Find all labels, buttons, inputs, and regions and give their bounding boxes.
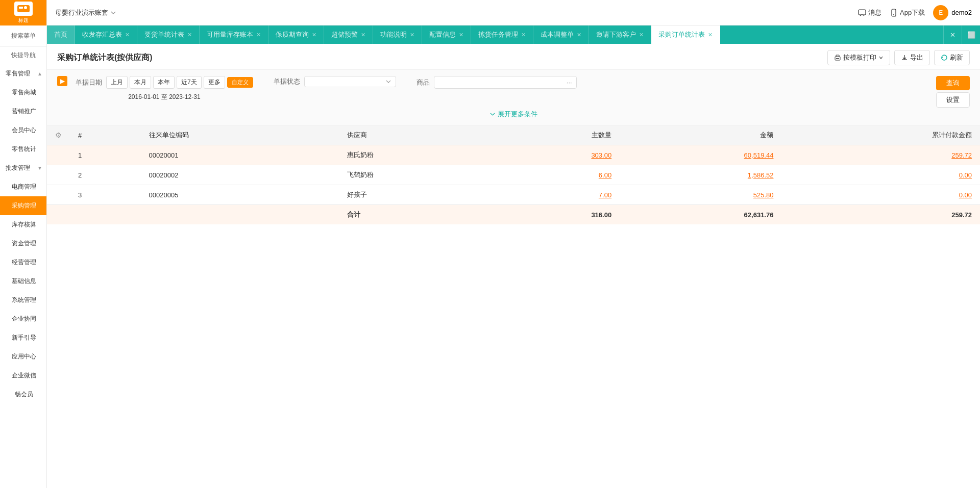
row1-qty[interactable]: 303.00: [491, 145, 620, 165]
expand-more-conditions[interactable]: 展开更多条件: [57, 110, 970, 119]
sidebar-quick-button[interactable]: 快捷导航: [3, 51, 43, 60]
tab-invite-down[interactable]: 邀请下游客户 ✕: [589, 25, 651, 44]
tab-config[interactable]: 配置信息 ✕: [422, 25, 471, 44]
export-button[interactable]: 导出: [894, 50, 930, 65]
sidebar-item-member[interactable]: 会员中心: [0, 121, 46, 140]
row3-paid[interactable]: 0.00: [781, 185, 980, 205]
col-amount-header: 金额: [620, 125, 781, 145]
filter-settings-button[interactable]: 设置: [936, 92, 970, 108]
sidebar-search-button[interactable]: 搜索菜单: [3, 30, 43, 42]
tab-invite-down-close[interactable]: ✕: [639, 32, 644, 38]
sidebar-item-system[interactable]: 系统管理: [0, 291, 46, 310]
tab-usable-inv-close[interactable]: ✕: [256, 32, 261, 38]
tab-pick-task[interactable]: 拣货任务管理 ✕: [471, 25, 533, 44]
footer-total-qty: 316.00: [491, 205, 620, 225]
tab-purchase-stats[interactable]: 采购订单统计表 ✕: [651, 25, 720, 44]
date-btn-custom[interactable]: 自定义: [227, 77, 253, 88]
tab-recv-send-label: 收发存汇总表: [82, 30, 122, 39]
footer-total-paid: 259.72: [781, 205, 980, 225]
tab-home[interactable]: 首页: [47, 25, 75, 44]
tab-expiry[interactable]: 保质期查询 ✕: [268, 25, 324, 44]
row1-amount[interactable]: 60,519.44: [620, 145, 781, 165]
sidebar-item-inventory-label: 库存核算: [12, 221, 36, 228]
sidebar-item-newbie[interactable]: 新手引导: [0, 328, 46, 347]
sidebar-item-enterprise-label: 企业协同: [12, 315, 36, 322]
tab-func-desc-close[interactable]: ✕: [410, 32, 414, 38]
print-button[interactable]: 按模板打印: [827, 50, 890, 65]
sidebar-item-retail-stats-label: 零售统计: [12, 145, 36, 152]
sidebar-item-finance[interactable]: 资金管理: [0, 234, 46, 253]
tab-func-desc[interactable]: 功能说明 ✕: [373, 25, 422, 44]
tab-config-close[interactable]: ✕: [459, 32, 463, 38]
row2-qty[interactable]: 6.00: [491, 165, 620, 185]
tab-overstock[interactable]: 超储预警 ✕: [324, 25, 373, 44]
table-container: ⚙ # 往来单位编码 供应商 主数量 金额 累计付款金额 1 0002000: [47, 125, 980, 488]
sidebar-item-marketing[interactable]: 营销推广: [0, 102, 46, 121]
row3-qty[interactable]: 7.00: [491, 185, 620, 205]
tab-expiry-close[interactable]: ✕: [312, 32, 316, 38]
date-btn-this-year[interactable]: 本年: [153, 76, 175, 89]
refresh-icon: [941, 54, 948, 61]
print-label: 按模板打印: [843, 53, 876, 62]
close-tab-button[interactable]: ✕: [943, 25, 962, 44]
sidebar-item-inventory[interactable]: 库存核算: [0, 215, 46, 234]
table-body: 1 00020001 惠氏奶粉 303.00 60,519.44 259.72 …: [47, 145, 980, 205]
tab-recv-send[interactable]: 收发存汇总表 ✕: [75, 25, 137, 44]
sidebar-item-apps[interactable]: 应用中心: [0, 347, 46, 366]
expand-icon: ▲: [37, 71, 42, 76]
sidebar-search-section[interactable]: 搜索菜单: [0, 25, 46, 47]
message-button[interactable]: 消息: [858, 8, 881, 17]
tab-order-stats-close[interactable]: ✕: [187, 32, 192, 38]
sidebar-item-wechat[interactable]: 企业微信: [0, 366, 46, 385]
sidebar-item-ecommerce[interactable]: 电商管理: [0, 177, 46, 196]
sidebar-item-batch[interactable]: 批发管理 ▼: [0, 159, 46, 177]
svg-point-2: [24, 6, 27, 9]
tab-recv-send-close[interactable]: ✕: [125, 32, 130, 38]
date-btn-this-month[interactable]: 本月: [130, 76, 151, 89]
tab-order-stats[interactable]: 要货单统计表 ✕: [137, 25, 200, 44]
account-name: 母婴行业演示账套: [55, 8, 108, 17]
tabbar: 首页 收发存汇总表 ✕ 要货单统计表 ✕ 可用量库存账本 ✕ 保质期查询 ✕ 超…: [47, 25, 980, 44]
sidebar-item-retail-stats[interactable]: 零售统计: [0, 140, 46, 159]
col-unit-code-header: 往来单位编码: [141, 125, 339, 145]
sidebar-item-shop[interactable]: 零售商城: [0, 83, 46, 102]
sidebar-item-purchase-label: 采购管理: [12, 202, 36, 209]
date-btn-7days[interactable]: 近7天: [177, 76, 202, 89]
tab-purchase-stats-close[interactable]: ✕: [708, 32, 713, 38]
tab-cost-adj-close[interactable]: ✕: [577, 32, 581, 38]
sidebar-item-enterprise[interactable]: 企业协同: [0, 310, 46, 328]
goods-filter: 商品 ···: [416, 76, 577, 89]
account-selector[interactable]: 母婴行业演示账套: [55, 8, 116, 17]
sidebar-item-member2[interactable]: 畅会员: [0, 385, 46, 404]
query-button[interactable]: 查询: [936, 76, 970, 90]
tab-cost-adj[interactable]: 成本调整单 ✕: [533, 25, 589, 44]
app-download-button[interactable]: App下载: [890, 8, 925, 17]
sidebar-item-purchase[interactable]: 采购管理: [0, 196, 46, 215]
table-settings-icon[interactable]: ⚙: [55, 131, 62, 139]
row2-paid[interactable]: 0.00: [781, 165, 980, 185]
filter-area: ▶ 单据日期 上月 本月 本年 近7天 更多 自定义: [47, 70, 980, 125]
date-quick-buttons: 上月 本月 本年 近7天 更多 自定义: [106, 76, 253, 89]
date-btn-more[interactable]: 更多: [204, 76, 225, 89]
row1-paid[interactable]: 259.72: [781, 145, 980, 165]
goods-filter-label: 商品: [416, 78, 430, 87]
sidebar-item-operations[interactable]: 经营管理: [0, 253, 46, 272]
message-icon: [858, 9, 866, 17]
goods-input[interactable]: ···: [434, 76, 577, 89]
footer-empty2: [70, 205, 141, 225]
row2-amount[interactable]: 1,586.52: [620, 165, 781, 185]
sidebar-item-basic[interactable]: 基础信息: [0, 272, 46, 291]
date-btn-last-month[interactable]: 上月: [106, 76, 128, 89]
user-menu[interactable]: E demo2: [933, 5, 972, 20]
row3-amount[interactable]: 525.80: [620, 185, 781, 205]
status-select[interactable]: [304, 76, 396, 87]
sidebar-item-retail[interactable]: 零售管理 ▲: [0, 64, 46, 83]
tab-usable-inv[interactable]: 可用量库存账本 ✕: [200, 25, 268, 44]
tab-overstock-close[interactable]: ✕: [361, 32, 365, 38]
refresh-button[interactable]: 刷新: [934, 50, 970, 65]
sidebar-item-operations-label: 经营管理: [12, 259, 36, 266]
sidebar-quick-section[interactable]: 快捷导航: [0, 47, 46, 64]
filter-expand-button[interactable]: ▶: [57, 76, 67, 86]
tab-pick-task-close[interactable]: ✕: [521, 32, 526, 38]
maximize-button[interactable]: ⬜: [962, 25, 980, 44]
